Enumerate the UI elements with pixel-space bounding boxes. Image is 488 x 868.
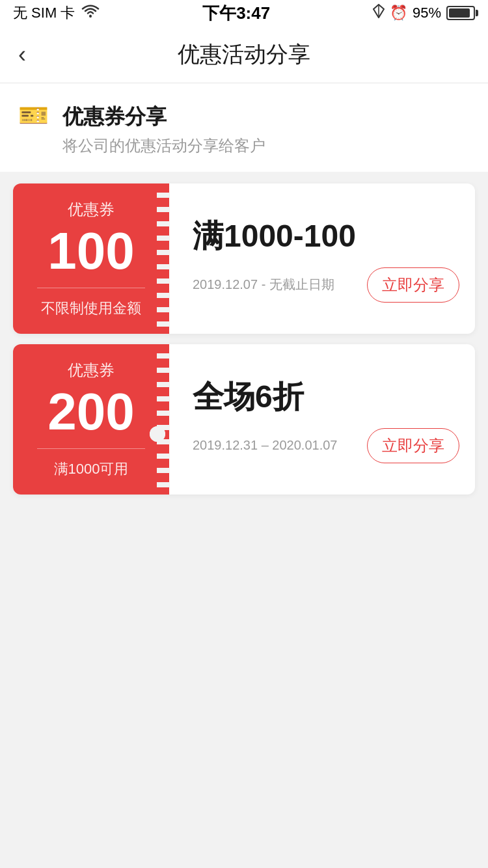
coupon-date-2: 2019.12.31 – 2020.01.07 — [193, 438, 360, 453]
section-title: 优惠券分享 — [62, 103, 265, 131]
coupon-card-2: 优惠券 200 满1000可用 全场6折 2019.12.31 – 2020.0… — [13, 344, 475, 495]
location-icon — [373, 4, 385, 22]
section-icon: 🎫 — [18, 103, 52, 137]
coupon-right-2: 全场6折 2019.12.31 – 2020.01.07 立即分享 — [177, 344, 475, 495]
coupon-name-1: 满1000-100 — [193, 215, 459, 257]
coupon-notch-2 — [150, 426, 165, 442]
coupon-label-1: 优惠券 — [68, 199, 115, 220]
coupon-condition-2: 满1000可用 — [54, 459, 129, 479]
status-bar: 无 SIM 卡 下午3:47 ⏰ 95% — [0, 0, 488, 26]
coupon-divider-1 — [37, 288, 145, 288]
nav-bar: ‹ 优惠活动分享 — [0, 26, 488, 83]
status-right: ⏰ 95% — [373, 4, 475, 22]
carrier-text: 无 SIM 卡 — [13, 3, 75, 23]
coupon-amount-2: 200 — [47, 386, 134, 438]
bottom-area — [0, 505, 488, 765]
coupon-condition-1: 不限制使用金额 — [41, 299, 141, 318]
coupon-right-1: 满1000-100 2019.12.07 - 无截止日期 立即分享 — [177, 183, 475, 334]
battery-icon — [446, 6, 475, 20]
nav-title: 优惠活动分享 — [178, 40, 310, 70]
status-left: 无 SIM 卡 — [13, 3, 100, 23]
share-button-1[interactable]: 立即分享 — [367, 267, 459, 303]
share-button-2[interactable]: 立即分享 — [367, 428, 459, 463]
back-button[interactable]: ‹ — [18, 43, 26, 66]
alarm-icon: ⏰ — [390, 5, 407, 21]
coupon-amount-1: 100 — [47, 225, 134, 277]
coupon-card-1: 优惠券 100 不限制使用金额 满1000-100 2019.12.07 - 无… — [13, 183, 475, 334]
coupon-bottom-row-2: 2019.12.31 – 2020.01.07 立即分享 — [193, 428, 459, 463]
status-time: 下午3:47 — [202, 2, 270, 25]
battery-text: 95% — [413, 5, 441, 21]
coupon-divider-2 — [37, 448, 145, 449]
coupon-date-1: 2019.12.07 - 无截止日期 — [193, 276, 360, 293]
section-subtitle: 将公司的优惠活动分享给客户 — [62, 135, 265, 156]
coupon-label-2: 优惠券 — [68, 360, 115, 381]
coupon-bottom-row-1: 2019.12.07 - 无截止日期 立即分享 — [193, 267, 459, 303]
svg-point-0 — [89, 15, 92, 18]
section-header: 🎫 优惠券分享 将公司的优惠活动分享给客户 — [0, 83, 488, 172]
section-text-group: 优惠券分享 将公司的优惠活动分享给客户 — [62, 103, 265, 156]
coupon-name-2: 全场6折 — [193, 376, 459, 418]
coupon-list: 优惠券 100 不限制使用金额 满1000-100 2019.12.07 - 无… — [0, 173, 488, 505]
coupon-left-2: 优惠券 200 满1000可用 — [13, 344, 169, 495]
wifi-icon — [81, 4, 100, 22]
coupon-left-1: 优惠券 100 不限制使用金额 — [13, 183, 169, 334]
